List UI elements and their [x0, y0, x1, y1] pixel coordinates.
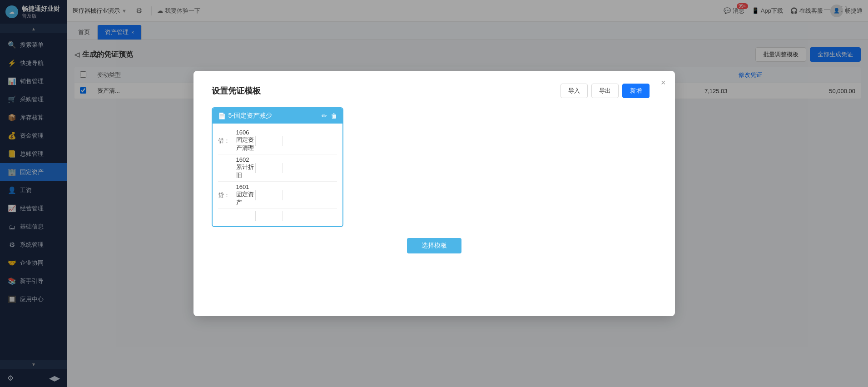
new-template-btn[interactable]: 新增	[622, 84, 650, 98]
template-col-2-2	[283, 163, 310, 173]
template-col-1-2	[283, 136, 310, 146]
template-row-3: 贷： 1601 固定资产	[218, 182, 337, 209]
template-row-4	[218, 209, 337, 223]
template-card-header: 📄 5-固定资产减少 ✏ 🗑	[213, 108, 342, 124]
template-edit-icon[interactable]: ✏	[322, 112, 327, 119]
template-number-name: 5-固定资产减少	[228, 112, 272, 120]
set-voucher-template-modal: × 设置凭证模板 导入 导出 新增 📄 5-固定资产减少 ✏ 🗑	[193, 71, 675, 316]
template-col-3-1	[255, 190, 283, 200]
template-card-actions: ✏ 🗑	[322, 112, 337, 119]
modal-toolbar: 导入 导出 新增	[560, 84, 650, 98]
template-col-3-3	[310, 190, 337, 200]
modal-overlay: × 设置凭证模板 导入 导出 新增 📄 5-固定资产减少 ✏ 🗑	[0, 0, 868, 387]
template-row-1: 借： 1606 固定资产清理	[218, 127, 337, 154]
modal-close-btn[interactable]: ×	[661, 78, 666, 88]
template-card: 📄 5-固定资产减少 ✏ 🗑 借： 1606 固定资产清理	[212, 107, 343, 227]
export-btn[interactable]: 导出	[591, 84, 619, 98]
template-row-account-1: 1606 固定资产清理	[236, 129, 255, 152]
template-col-1-1	[255, 136, 283, 146]
template-row-account-2: 1602 累计折旧	[236, 156, 255, 179]
template-name: 固定资产减少	[234, 112, 272, 119]
template-row-account-3: 1601 固定资产	[236, 184, 255, 207]
template-col-4-1	[255, 211, 283, 221]
template-col-4-3	[310, 211, 337, 221]
template-col-3-2	[283, 190, 310, 200]
template-doc-icon: 📄	[218, 112, 226, 119]
template-delete-icon[interactable]: 🗑	[331, 112, 337, 119]
template-row-side-1: 借：	[218, 137, 236, 145]
template-row-2: 1602 累计折旧	[218, 154, 337, 182]
template-col-1-3	[310, 136, 337, 146]
select-template-btn[interactable]: 选择模板	[407, 238, 461, 253]
template-col-4-2	[283, 211, 310, 221]
template-number: 5	[228, 112, 232, 119]
template-col-2-3	[310, 163, 337, 173]
template-row-side-3: 贷：	[218, 191, 236, 199]
template-card-body: 借： 1606 固定资产清理 1602 累计折旧	[213, 124, 342, 226]
import-btn[interactable]: 导入	[560, 84, 588, 98]
template-col-2-1	[255, 163, 283, 173]
